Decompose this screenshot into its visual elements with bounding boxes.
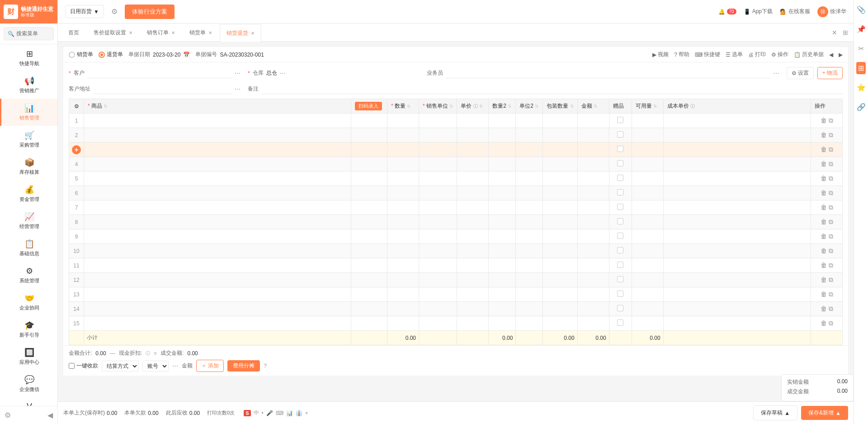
delete-row-icon[interactable]: 🗑 <box>821 276 827 284</box>
print-action[interactable]: 🖨 打印 <box>748 51 766 58</box>
account-dots-btn[interactable]: ··· <box>172 362 178 370</box>
gift-checkbox[interactable] <box>617 276 623 282</box>
delete-row-icon[interactable]: 🗑 <box>821 204 827 211</box>
sidebar-item-basic[interactable]: 📋 基础信息 <box>0 234 57 262</box>
topbar-gear-icon[interactable]: ⚙ <box>109 5 119 18</box>
copy-row-icon[interactable]: ⧉ <box>829 276 833 284</box>
copy-row-icon[interactable]: ⧉ <box>829 319 833 327</box>
tool-icon6[interactable]: 👔 <box>296 410 302 416</box>
gift-checkbox[interactable] <box>617 247 623 253</box>
copy-row-icon[interactable]: ⧉ <box>829 131 833 139</box>
address-input[interactable] <box>93 84 232 94</box>
warehouse-dots-btn[interactable]: ··· <box>280 69 286 77</box>
payment-checkbox-label[interactable]: 一键收款 <box>69 362 98 370</box>
calendar-icon[interactable]: 📅 <box>183 52 190 58</box>
right-icon-4[interactable]: ⊞ <box>856 62 866 74</box>
tool-icon3[interactable]: 🎤 <box>266 410 273 416</box>
right-icon-1[interactable]: 📎 <box>855 4 868 16</box>
product-input[interactable] <box>87 147 348 153</box>
copy-row-icon[interactable]: ⧉ <box>829 233 833 240</box>
sidebar-item-member[interactable]: V 畅会员 <box>0 397 57 406</box>
copy-row-icon[interactable]: ⧉ <box>829 247 833 255</box>
tool-icon4[interactable]: ⌨ <box>276 410 283 416</box>
industry-select[interactable]: 日用百货 ▼ <box>65 5 104 18</box>
select-action[interactable]: ☰ 选单 <box>726 51 743 58</box>
tool-icon5[interactable]: 📊 <box>286 410 293 416</box>
address-dots-btn[interactable]: ··· <box>235 85 241 93</box>
app-download-item[interactable]: 📱 App下载 <box>744 8 773 15</box>
tab-close-delivery[interactable]: ✕ <box>208 30 212 35</box>
sidebar-item-finance[interactable]: 💰 资金管理 <box>0 180 57 207</box>
gift-checkbox[interactable] <box>617 305 623 311</box>
sidebar-item-guide[interactable]: 🎓 新手引导 <box>0 316 57 343</box>
delete-row-icon[interactable]: 🗑 <box>821 291 827 298</box>
sidebar-item-inventory[interactable]: 📦 库存核算 <box>0 153 57 180</box>
gift-checkbox[interactable] <box>617 233 623 239</box>
unit2-sort[interactable]: ⇅ <box>535 104 538 109</box>
unit-price-info[interactable]: ⓘ <box>473 104 478 109</box>
delete-row-icon[interactable]: 🗑 <box>821 319 827 327</box>
video-action[interactable]: ▶ 视频 <box>652 51 669 58</box>
price-sort[interactable]: ⇅ <box>479 104 483 109</box>
sidebar-item-wechat[interactable]: 💬 企业微信 <box>0 370 57 397</box>
gift-checkbox[interactable] <box>617 117 623 123</box>
gift-checkbox[interactable] <box>617 262 623 268</box>
gift-checkbox[interactable] <box>617 146 623 152</box>
qty-sort[interactable]: ⇅ <box>407 104 410 109</box>
copy-row-icon[interactable]: ⧉ <box>829 146 833 153</box>
salesperson-dots-btn[interactable]: ··· <box>773 69 779 77</box>
gift-checkbox[interactable] <box>617 319 623 326</box>
operate-action[interactable]: ⚙ 操作 <box>771 51 788 58</box>
prev-doc-action[interactable]: ◀ <box>829 51 833 58</box>
experience-button[interactable]: 体验行业方案 <box>125 5 175 19</box>
discount-info-icon[interactable]: ⓘ <box>146 350 150 357</box>
right-icon-6[interactable]: 🔗 <box>855 101 868 113</box>
copy-row-icon[interactable]: ⧉ <box>829 204 833 211</box>
qty2-sort[interactable]: ⇅ <box>508 104 511 109</box>
tab-sales-order[interactable]: 销售订单 ✕ <box>140 24 182 41</box>
tab-sales-delivery[interactable]: 销货单 ✕ <box>183 24 219 41</box>
scan-button[interactable]: 扫码录入 <box>355 102 382 110</box>
delete-row-icon[interactable]: 🗑 <box>821 262 827 269</box>
gift-checkbox[interactable] <box>617 204 623 210</box>
delete-row-icon[interactable]: 🗑 <box>821 146 827 153</box>
tab-home[interactable]: 首页 <box>61 24 86 41</box>
gift-checkbox[interactable] <box>617 131 623 138</box>
tab-close-price[interactable]: ✕ <box>129 30 132 35</box>
customer-input[interactable] <box>87 68 232 78</box>
gift-checkbox[interactable] <box>617 291 623 297</box>
payment-checkbox[interactable] <box>69 363 75 369</box>
sidebar-item-appstore[interactable]: 🔲 应用中心 <box>0 343 57 370</box>
amount-sort[interactable]: ⇅ <box>594 104 597 109</box>
tool-icon7[interactable]: + <box>305 410 308 416</box>
delete-row-icon[interactable]: 🗑 <box>821 131 827 139</box>
right-icon-2[interactable]: 📌 <box>855 23 868 35</box>
save-draft-button[interactable]: 保存草稿 ▲ <box>753 405 797 420</box>
return-radio[interactable]: 退货单 <box>99 51 123 58</box>
gift-checkbox[interactable] <box>617 160 623 167</box>
delete-row-icon[interactable]: 🗑 <box>821 247 827 255</box>
delete-row-icon[interactable]: 🗑 <box>821 233 827 240</box>
next-doc-action[interactable]: ▶ <box>839 51 843 58</box>
sidebar-item-system[interactable]: ⚙ 系统管理 <box>0 262 57 289</box>
help-action[interactable]: ? 帮助 <box>674 51 689 58</box>
search-menu-button[interactable]: 🔍 搜索菜单 <box>4 27 54 40</box>
copy-row-icon[interactable]: ⧉ <box>829 218 833 226</box>
tab-close-return[interactable]: ✕ <box>251 31 255 36</box>
delete-row-icon[interactable]: 🗑 <box>821 117 827 124</box>
collapse-icon[interactable]: ◀ <box>47 411 53 419</box>
salesperson-input[interactable] <box>446 68 770 78</box>
add-row-button[interactable]: + <box>72 145 81 154</box>
copy-row-icon[interactable]: ⧉ <box>829 117 833 124</box>
right-icon-5[interactable]: ⭐ <box>855 81 868 94</box>
tab-menu-button[interactable]: ⊞ <box>841 28 850 37</box>
sidebar-item-operations[interactable]: 📈 经营管理 <box>0 207 57 234</box>
close-all-tabs-button[interactable]: ✕ <box>830 28 839 37</box>
tool-icon2[interactable]: • <box>262 410 264 416</box>
settings-icon[interactable]: ⚙ <box>5 411 11 419</box>
delete-row-icon[interactable]: 🗑 <box>821 160 827 168</box>
pkg-sort[interactable]: ⇅ <box>570 104 574 109</box>
delete-row-icon[interactable]: 🗑 <box>821 189 827 197</box>
gift-checkbox[interactable] <box>617 218 623 224</box>
avail-sort[interactable]: ⇅ <box>653 104 657 109</box>
